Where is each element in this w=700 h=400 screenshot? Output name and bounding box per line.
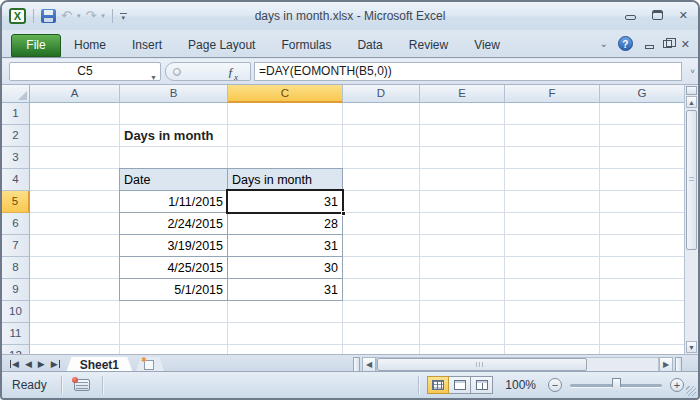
undo-icon[interactable]: ↶: [61, 9, 72, 23]
ribbon-tab-review[interactable]: Review: [396, 34, 461, 57]
customize-qat-icon[interactable]: ▾: [120, 13, 127, 20]
insert-function-icon[interactable]: ƒx: [228, 64, 239, 82]
column-header-F[interactable]: F: [505, 85, 600, 103]
column-header-B[interactable]: B: [120, 85, 228, 103]
drag-handle-icon[interactable]: [173, 68, 181, 76]
minimize-button[interactable]: [625, 15, 636, 20]
row-header-5[interactable]: 5: [2, 191, 30, 213]
select-all-corner[interactable]: [2, 85, 30, 103]
workbook-restore-button[interactable]: [663, 40, 672, 48]
vertical-scrollbar[interactable]: ▲ ▼: [684, 85, 698, 354]
zoom-out-button[interactable]: −: [548, 378, 562, 392]
macro-record-icon[interactable]: [74, 379, 90, 391]
vertical-scroll-thumb[interactable]: [686, 110, 697, 250]
gridline: [419, 103, 420, 354]
tab-split-handle[interactable]: [353, 357, 360, 372]
scroll-up-icon[interactable]: ▲: [686, 96, 697, 108]
row-header-4[interactable]: 4: [2, 169, 30, 191]
scroll-down-icon[interactable]: ▼: [686, 341, 697, 353]
scroll-left-icon[interactable]: ◀: [362, 357, 376, 372]
first-sheet-icon[interactable]: ◀: [10, 359, 19, 369]
window-split-handle[interactable]: [675, 357, 682, 372]
normal-view-button[interactable]: [427, 376, 449, 394]
title-bar: X ↶ ▾ ↷ ▾ ▾ days in month.xlsx - Microso…: [2, 2, 698, 30]
close-button[interactable]: ✕: [679, 8, 688, 22]
row-header-6[interactable]: 6: [2, 213, 30, 235]
ribbon-tab-data[interactable]: Data: [344, 34, 395, 57]
name-box[interactable]: C5 ▼: [9, 62, 161, 81]
save-icon[interactable]: [41, 9, 56, 23]
view-shortcuts: [427, 376, 493, 394]
resize-grip-icon[interactable]: [686, 386, 696, 396]
expand-ribbon-icon[interactable]: ⌄: [599, 39, 607, 49]
column-header-G[interactable]: G: [600, 85, 685, 103]
page-break-view-icon: [476, 380, 488, 390]
next-sheet-icon[interactable]: ▶: [38, 359, 45, 369]
excel-window: X ↶ ▾ ↷ ▾ ▾ days in month.xlsx - Microso…: [0, 0, 700, 400]
expand-formula-bar-icon[interactable]: ˅: [690, 67, 695, 76]
scroll-right-icon[interactable]: ▶: [659, 357, 673, 372]
cell-B7[interactable]: 3/19/2015: [124, 235, 223, 257]
cell-C6[interactable]: 28: [232, 213, 338, 235]
status-bar-right: 100% − +: [418, 376, 698, 394]
fill-handle[interactable]: [341, 211, 346, 216]
cell-B4[interactable]: Date: [124, 169, 223, 191]
redo-dropdown-icon[interactable]: ▾: [101, 12, 105, 20]
cell-B8[interactable]: 4/25/2015: [124, 257, 223, 279]
formula-input[interactable]: =DAY(EOMONTH(B5,0)): [254, 62, 682, 81]
ribbon-tab-view[interactable]: View: [461, 34, 513, 57]
separator: [33, 9, 34, 23]
horizontal-scrollbar[interactable]: [376, 357, 659, 372]
ribbon-tab-formulas[interactable]: Formulas: [268, 34, 344, 57]
undo-dropdown-icon[interactable]: ▾: [77, 12, 81, 20]
name-box-dropdown-icon[interactable]: ▼: [150, 69, 157, 86]
ribbon-right-controls: ⌄ ? ✕: [599, 36, 690, 51]
row-header-2[interactable]: 2: [2, 125, 30, 147]
prev-sheet-icon[interactable]: ◀: [25, 359, 32, 369]
row-header-8[interactable]: 8: [2, 257, 30, 279]
cell-C7[interactable]: 31: [232, 235, 338, 257]
zoom-slider[interactable]: [570, 384, 662, 387]
page-layout-view-icon: [454, 380, 466, 390]
page-break-view-button[interactable]: [471, 376, 493, 394]
maximize-button[interactable]: [652, 10, 663, 20]
page-layout-view-button[interactable]: [449, 376, 471, 394]
cell-C8[interactable]: 30: [232, 257, 338, 279]
excel-logo-icon[interactable]: X: [9, 8, 26, 24]
name-box-value: C5: [77, 64, 92, 78]
help-icon[interactable]: ?: [618, 36, 633, 51]
cell-B5[interactable]: 1/11/2015: [124, 191, 223, 213]
zoom-in-button[interactable]: +: [670, 378, 684, 392]
redo-icon[interactable]: ↷: [85, 9, 96, 23]
column-header-A[interactable]: A: [30, 85, 120, 103]
row-header-10[interactable]: 10: [2, 301, 30, 323]
last-sheet-icon[interactable]: ▶: [51, 359, 60, 369]
ribbon-tab-file[interactable]: File: [11, 34, 61, 57]
row-header-9[interactable]: 9: [2, 279, 30, 301]
row-header-11[interactable]: 11: [2, 323, 30, 345]
zoom-slider-thumb[interactable]: [612, 378, 621, 392]
vertical-split-handle[interactable]: [686, 86, 697, 95]
row-header-7[interactable]: 7: [2, 235, 30, 257]
column-header-E[interactable]: E: [420, 85, 505, 103]
workbook-minimize-button[interactable]: [645, 45, 654, 49]
column-header-D[interactable]: D: [343, 85, 420, 103]
ribbon-tab-insert[interactable]: Insert: [119, 34, 175, 57]
row-header-3[interactable]: 3: [2, 147, 30, 169]
separator: [112, 9, 113, 23]
workbook-close-button[interactable]: ✕: [681, 38, 690, 50]
ribbon-tab-home[interactable]: Home: [61, 34, 119, 57]
horizontal-scroll-thumb[interactable]: [377, 358, 587, 371]
grid-body[interactable]: 123456789101112Days in monthDateDays in …: [2, 103, 684, 354]
column-header-C[interactable]: C: [228, 85, 343, 103]
ribbon-tab-page-layout[interactable]: Page Layout: [175, 34, 268, 57]
cell-C4[interactable]: Days in month: [232, 169, 338, 191]
cell-B9[interactable]: 5/1/2015: [124, 279, 223, 301]
row-header-12[interactable]: 12: [2, 345, 30, 354]
cell-C9[interactable]: 31: [232, 279, 338, 301]
cell-B6[interactable]: 2/24/2015: [124, 213, 223, 235]
row-header-1[interactable]: 1: [2, 103, 30, 125]
cell-B2[interactable]: Days in month: [124, 125, 324, 147]
gridline: [599, 103, 600, 354]
zoom-level[interactable]: 100%: [505, 378, 536, 392]
